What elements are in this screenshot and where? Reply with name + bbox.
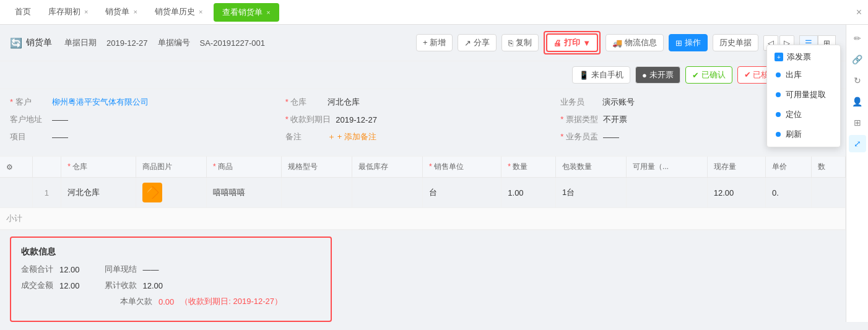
locate-item[interactable]: 定位 [767,105,840,124]
copy-icon: ⎘ [508,38,513,48]
tab-view-sales-label: 查看销货单 [222,7,263,18]
row-spec [281,178,352,208]
ship-out-item[interactable]: 出库 [767,65,840,85]
new-button[interactable]: + 新增 [416,34,453,51]
col-spec: 规格型号 [281,157,352,178]
subtotal-label: 小计 [0,208,846,230]
locate-label: 定位 [786,109,802,120]
sidebar-expand-icon[interactable]: ⤢ [849,135,866,152]
customer-value[interactable]: 柳州粤港平安气体有限公司 [52,97,149,108]
right-sidebar: ✏ 🔗 ↻ 👤 ⊞ ⤢ [846,25,868,322]
logistics-button[interactable]: 🚚 物流信息 [605,34,664,51]
print-dropdown-arrow: ▼ [583,38,591,48]
sidebar-rotate-icon[interactable]: ↻ [849,72,866,89]
share-icon: ↗ [464,38,471,48]
form-section: * 客户 柳州粤港平安气体有限公司 * 仓库 河北仓库 业务员 演示账号 [0,89,846,157]
unopened-label: 未开票 [649,69,674,80]
sidebar-link-icon[interactable]: 🔗 [849,51,866,68]
confirm-button[interactable]: ✔ 已确认 [685,66,732,84]
print-button-label: 打印 [564,37,580,48]
window-close-button[interactable]: × [856,7,862,18]
dropdown-header: + 添发票 [767,48,840,65]
staff-value: 演示账号 [602,97,635,108]
col-unit: * 销售单位 [422,157,501,178]
tab-sales-history-label: 销货单历史 [155,6,195,17]
available-qty-label: 可用量提取 [786,89,826,100]
tab-view-sales[interactable]: 查看销货单 × [214,3,279,22]
col-available: 可用量（... [627,157,708,178]
amount-total-label: 金额合计 [21,264,53,275]
table-section: ⚙ * 仓库 商品图片 * 商品 规格型号 最低库存 * 销售单位 * 数量 包… [0,157,846,230]
tab-bar: 首页 库存期初 × 销货单 × 销货单历史 × 查看销货单 × × [0,0,868,25]
unopened-button[interactable]: ● 未开票 [635,66,680,84]
cumulative-receipt-label: 累计收款 [105,280,137,291]
col-img: 商品图片 [136,157,206,178]
print-icon: 🖨 [553,38,562,48]
payment-section: 收款信息 金额合计 12.00 同单现结 —— 成交金额 12.00 累计收款 [10,237,332,322]
doc-date-value: 2019-12-27 [106,38,148,48]
tab-inventory-init-close[interactable]: × [84,8,88,15]
new-button-label: + 新增 [423,37,446,48]
customer-label: * 客户 [10,97,47,108]
history-button[interactable]: 历史单据 [713,34,758,51]
col-gear[interactable]: ⚙ [0,157,32,178]
ship-out-label: 出库 [786,69,802,80]
locate-dot [776,112,781,117]
due-date-value: 2019-12-27 [336,115,377,124]
salesperson-value: —— [603,132,619,142]
add-note-icon: ＋ [328,131,336,142]
sidebar-edit-icon[interactable]: ✏ [849,30,866,47]
tab-inventory-init[interactable]: 库存期初 × [40,0,97,25]
tab-sales-order[interactable]: 销货单 × [97,0,145,25]
current-due-value: 0.00 [158,297,174,306]
payment-title: 收款信息 [21,246,321,258]
copy-button[interactable]: ⎘ 复制 [501,34,539,51]
tab-home[interactable]: 首页 [6,0,40,25]
row-unit-price: 0. [765,178,811,208]
logistics-button-label: 物流信息 [625,37,657,48]
doc-title-text: 销货单 [26,37,52,48]
project-label: 项目 [10,131,47,142]
add-note-button[interactable]: ＋ + 添加备注 [328,131,376,142]
sidebar-user-icon[interactable]: 👤 [849,93,866,110]
row-warehouse: 河北仓库 [61,178,136,208]
ticket-type-label: * 票据类型 [560,114,598,125]
address-value: —— [52,115,68,124]
same-order-settle-value: —— [143,265,159,274]
cumulative-receipt-value: 12.00 [143,281,163,290]
col-warehouse: * 仓库 [61,157,136,178]
share-button-label: 分享 [474,37,490,48]
doc-header: 🔄 销货单 单据日期 2019-12-27 单据编号 SA-20191227-0… [0,25,846,61]
tab-inventory-init-label: 库存期初 [48,6,80,17]
amount-total-value: 12.00 [59,265,80,274]
customer-required-star: * [10,97,13,106]
tab-sales-order-close[interactable]: × [133,8,137,15]
from-phone-button[interactable]: 📱 来自手机 [572,66,630,84]
operation-button[interactable]: ⊞ 操作 [669,34,708,51]
add-invoice-label: 添发票 [787,51,811,63]
confirm-icon: ✔ [692,71,699,80]
salesperson-label: * 业务员盂 [560,131,598,142]
product-image: 🔶 [142,183,162,202]
history-button-label: 历史单据 [719,37,752,48]
transaction-amount-label: 成交金额 [21,280,53,291]
ticket-type-value: 不开票 [603,114,627,125]
tab-sales-history[interactable]: 销货单历史 × [146,0,211,25]
refresh-item[interactable]: 刷新 [767,124,840,144]
row-product: 嘻嘻嘻嘻 [207,178,282,208]
sidebar-table-icon[interactable]: ⊞ [849,114,866,131]
sales-order-icon: 🔄 [10,37,22,49]
col-current-stock: 现存量 [707,157,765,178]
ship-out-dot [776,72,781,77]
print-button[interactable]: 🖨 打印 ▼ [546,33,598,52]
current-due-note: （收款到期日: 2019-12-27） [180,296,282,307]
tab-sales-history-close[interactable]: × [199,8,202,15]
tab-view-sales-close[interactable]: × [266,9,270,16]
current-due-label: 本单欠款 [120,296,152,307]
due-date-label: * 收款到期日 [285,114,331,125]
note-label: 备注 [285,131,323,142]
warehouse-label: * 仓库 [285,97,323,108]
share-button[interactable]: ↗ 分享 [458,34,497,51]
project-value: —— [52,132,68,142]
available-qty-item[interactable]: 可用量提取 [767,85,840,105]
